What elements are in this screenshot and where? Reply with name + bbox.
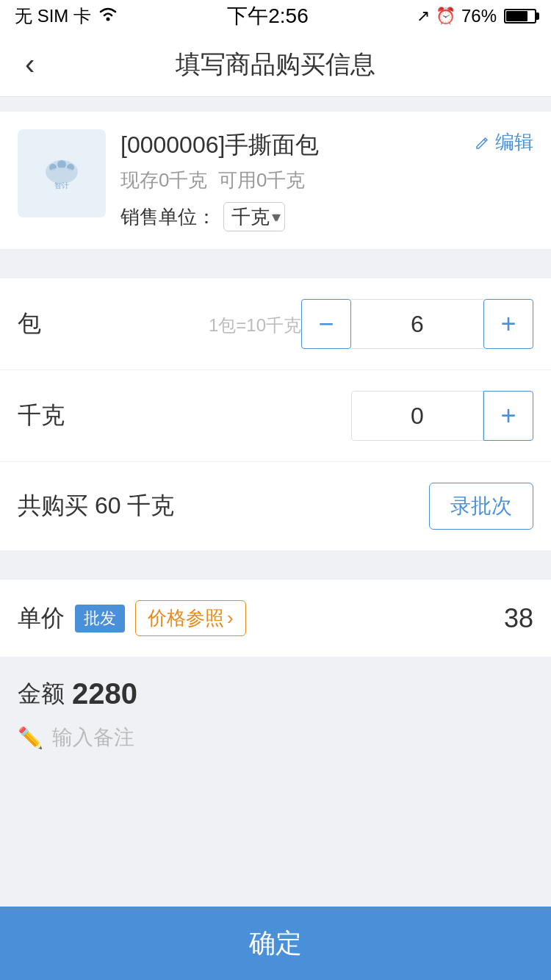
svg-text:智计: 智计 bbox=[54, 181, 69, 190]
status-bar: 无 SIM 卡 下午2:56 ↗ ⏰ 76% bbox=[0, 0, 551, 32]
kg-increase-button[interactable]: + bbox=[483, 391, 533, 441]
product-info: [0000006]手撕面包 现存0千克 可用0千克 销售单位： 千克 ▾ bbox=[120, 129, 533, 231]
status-carrier: 无 SIM 卡 bbox=[15, 4, 119, 28]
product-section: 智计 [0000006]手撕面包 现存0千克 可用0千克 销售单位： 千克 ▾ bbox=[18, 129, 533, 231]
product-unit-row: 销售单位： 千克 ▾ bbox=[120, 202, 533, 231]
package-hint: 1包=10千克 bbox=[209, 314, 301, 337]
confirm-button[interactable]: 确定 bbox=[0, 907, 551, 980]
price-row: 单价 批发 价格参照 › 38 bbox=[18, 600, 533, 636]
remark-icon: ✏️ bbox=[18, 726, 43, 750]
package-increase-button[interactable]: + bbox=[483, 299, 533, 349]
remark-row[interactable]: ✏️ 输入备注 bbox=[18, 724, 533, 752]
remark-placeholder: 输入备注 bbox=[52, 724, 134, 752]
unit-select[interactable]: 千克 bbox=[223, 202, 285, 231]
wifi-icon bbox=[97, 6, 119, 26]
svg-point-0 bbox=[107, 18, 110, 21]
batch-button[interactable]: 录批次 bbox=[429, 483, 533, 530]
package-row: 包 1包=10千克 − + bbox=[0, 278, 551, 370]
product-image: 智计 bbox=[18, 129, 106, 217]
amount-label: 金额 bbox=[18, 678, 65, 710]
back-button[interactable]: ‹ bbox=[18, 40, 42, 88]
price-label: 单价 bbox=[18, 602, 65, 635]
nav-bar: ‹ 填写商品购买信息 bbox=[0, 32, 551, 97]
amount-value: 2280 bbox=[72, 677, 137, 710]
amount-section: 金额 2280 ✏️ 输入备注 bbox=[0, 657, 551, 772]
kg-input[interactable] bbox=[351, 391, 483, 441]
svg-point-5 bbox=[47, 167, 76, 182]
status-time: 下午2:56 bbox=[227, 2, 309, 30]
price-ref-button[interactable]: 价格参照 › bbox=[135, 600, 246, 636]
product-name: [0000006]手撕面包 bbox=[120, 129, 533, 162]
battery-percent: 76% bbox=[461, 6, 497, 26]
price-tag: 批发 bbox=[75, 605, 125, 633]
alarm-icon: ⏰ bbox=[436, 7, 455, 26]
price-value: 38 bbox=[504, 603, 533, 634]
price-left: 单价 批发 价格参照 › bbox=[18, 600, 246, 636]
total-row: 共购买 60 千克 录批次 bbox=[0, 462, 551, 550]
page-title: 填写商品购买信息 bbox=[176, 48, 375, 82]
amount-row: 金额 2280 bbox=[18, 677, 533, 710]
package-input[interactable] bbox=[351, 299, 483, 349]
price-section: 单价 批发 价格参照 › 38 bbox=[0, 580, 551, 657]
package-controls: − + bbox=[301, 299, 533, 349]
unit-select-wrap[interactable]: 千克 ▾ bbox=[223, 202, 285, 231]
quantity-section: 包 1包=10千克 − + 千克 + 共购买 60 千克 录批次 bbox=[0, 278, 551, 550]
battery-icon bbox=[504, 9, 536, 24]
kg-label: 千克 bbox=[18, 402, 65, 428]
edit-button[interactable]: 编辑 bbox=[475, 129, 533, 155]
package-decrease-button[interactable]: − bbox=[301, 299, 351, 349]
status-right-group: ↗ ⏰ 76% bbox=[417, 6, 536, 26]
product-stock: 现存0千克 可用0千克 bbox=[120, 167, 533, 193]
total-label: 共购买 60 千克 bbox=[18, 490, 174, 522]
location-icon: ↗ bbox=[417, 7, 430, 26]
kg-controls: + bbox=[351, 391, 533, 441]
kg-row: 千克 + bbox=[0, 370, 551, 462]
package-label: 包 bbox=[18, 308, 194, 340]
carrier-text: 无 SIM 卡 bbox=[15, 4, 91, 28]
